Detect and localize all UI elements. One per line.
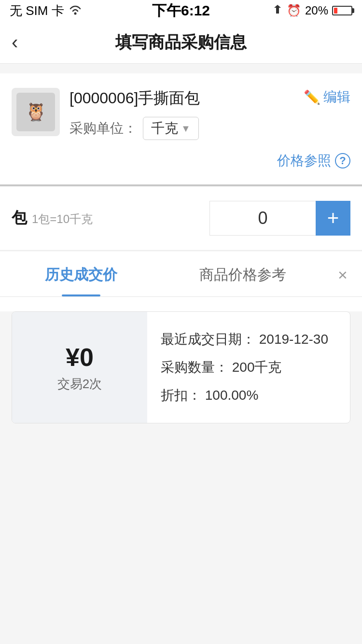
quantity-label-detail: 采购数量： bbox=[161, 360, 228, 375]
tab-header: 历史成交价 商品价格参考 × bbox=[0, 252, 362, 297]
quantity-row: 包 1包=10千克 + bbox=[0, 186, 362, 251]
quantity-plus-button[interactable]: + bbox=[316, 201, 350, 236]
history-price-section: ¥0 交易2次 bbox=[12, 312, 147, 423]
battery-percent: 20% bbox=[305, 4, 328, 17]
quantity-input-group: + bbox=[209, 201, 350, 236]
history-card: ¥0 交易2次 最近成交日期： 2019-12-30 采购数量： 200千克 折… bbox=[12, 311, 350, 423]
battery-icon bbox=[332, 6, 352, 15]
status-right: ⏰ 20% bbox=[272, 4, 352, 17]
tab-history-price[interactable]: 历史成交价 bbox=[0, 252, 162, 296]
history-price: ¥0 bbox=[66, 343, 94, 372]
product-left: 🦉 [0000006]手撕面包 采购单位： 千克 ▼ bbox=[12, 88, 304, 140]
unit-select[interactable]: 千克 ▼ bbox=[143, 117, 199, 140]
status-bar: 无 SIM 卡 下午6:12 ⏰ 20% bbox=[0, 0, 362, 21]
price-ref-link[interactable]: 价格参照 bbox=[277, 152, 331, 170]
discount-value: 100.00% bbox=[205, 388, 259, 403]
quantity-conversion: 1包=10千克 bbox=[32, 211, 93, 227]
price-amount: 0 bbox=[80, 343, 94, 371]
history-detail-section: 最近成交日期： 2019-12-30 采购数量： 200千克 折扣： 100.0… bbox=[147, 312, 350, 423]
history-trades: 交易2次 bbox=[57, 376, 102, 392]
quantity-unit: 包 bbox=[12, 208, 27, 229]
edit-icon: ✏️ bbox=[304, 89, 320, 105]
quantity-value-detail: 200千克 bbox=[232, 360, 282, 375]
product-unit-row: 采购单位： 千克 ▼ bbox=[70, 117, 304, 140]
svg-point-0 bbox=[74, 12, 76, 14]
unit-value: 千克 bbox=[151, 119, 178, 138]
unit-label: 采购单位： bbox=[70, 119, 137, 138]
tab-close-button[interactable]: × bbox=[323, 252, 362, 296]
carrier-text: 无 SIM 卡 bbox=[10, 2, 64, 19]
tab-price-ref[interactable]: 商品价格参考 bbox=[162, 252, 323, 296]
edit-button[interactable]: ✏️ 编辑 bbox=[304, 88, 350, 106]
quantity-label: 包 1包=10千克 bbox=[12, 208, 93, 229]
recent-date-value: 2019-12-30 bbox=[259, 332, 328, 347]
quantity-row-detail: 采购数量： 200千克 bbox=[161, 357, 336, 378]
product-name: [0000006]手撕面包 bbox=[70, 88, 304, 109]
tab-content: ¥0 交易2次 最近成交日期： 2019-12-30 采购数量： 200千克 折… bbox=[0, 311, 362, 601]
alarm-icon: ⏰ bbox=[287, 4, 301, 17]
status-left: 无 SIM 卡 bbox=[10, 2, 83, 19]
product-image: 🦉 bbox=[12, 88, 60, 136]
recent-date-label: 最近成交日期： bbox=[161, 332, 255, 347]
status-time: 下午6:12 bbox=[152, 1, 210, 21]
product-thumbnail: 🦉 bbox=[25, 102, 47, 122]
wifi-icon bbox=[68, 3, 83, 18]
product-card: 🦉 [0000006]手撕面包 采购单位： 千克 ▼ ✏️ 编辑 bbox=[0, 73, 362, 184]
page-title: 填写商品采购信息 bbox=[115, 31, 247, 54]
chevron-down-icon: ▼ bbox=[181, 123, 191, 134]
quantity-input[interactable] bbox=[209, 201, 316, 236]
location-icon bbox=[272, 4, 283, 17]
product-info: [0000006]手撕面包 采购单位： 千克 ▼ bbox=[70, 88, 304, 140]
discount-row: 折扣： 100.00% bbox=[161, 385, 336, 406]
discount-label: 折扣： bbox=[161, 388, 201, 403]
help-icon[interactable]: ? bbox=[335, 153, 350, 168]
tab-section: 历史成交价 商品价格参考 × ¥0 交易2次 最近成交日期： 2019-12-3… bbox=[0, 252, 362, 601]
nav-bar: ‹ 填写商品采购信息 bbox=[0, 21, 362, 64]
price-symbol: ¥ bbox=[66, 343, 80, 371]
back-button[interactable]: ‹ bbox=[12, 31, 18, 53]
price-ref-row: 价格参照 ? bbox=[277, 152, 350, 170]
recent-date-row: 最近成交日期： 2019-12-30 bbox=[161, 329, 336, 350]
